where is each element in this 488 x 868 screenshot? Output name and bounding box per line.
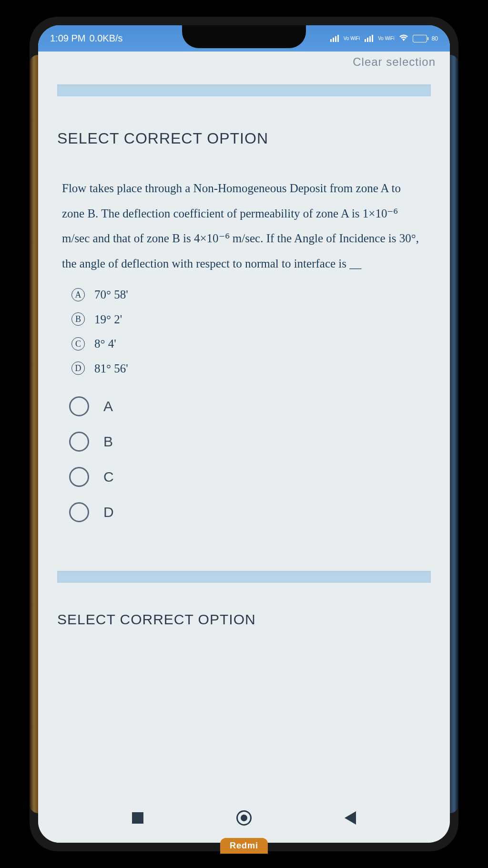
hw-text-b: 19° 2' (94, 308, 122, 331)
radio-circle-icon (69, 396, 89, 416)
radio-circle-icon (69, 432, 89, 452)
hw-text-a: 70° 58' (94, 283, 128, 306)
question-card: SELECT CORRECT OPTION Flow takes place t… (57, 108, 431, 559)
question-title: SELECT CORRECT OPTION (57, 130, 431, 147)
phone-edge-left (30, 55, 38, 813)
hw-option-d: D 81° 56' (71, 357, 417, 380)
battery-level: 80 (432, 35, 438, 42)
radio-label-c: C (103, 469, 114, 485)
radio-option-d[interactable]: D (69, 502, 419, 522)
hw-text-d: 81° 56' (94, 357, 128, 380)
handwritten-options: A 70° 58' B 19° 2' C 8° 4' D 81° 56' (57, 283, 431, 380)
hw-option-a: A 70° 58' (71, 283, 417, 306)
problem-text: Flow takes place through a Non-Homogeneo… (57, 176, 431, 276)
nav-home-button[interactable] (236, 810, 252, 826)
screen-notch (182, 25, 306, 48)
nav-back-button[interactable] (345, 811, 356, 825)
phone-screen: 1:09 PM 0.0KB/s Vo WiFi Vo WiFi 80 Clear… (38, 25, 450, 843)
signal-icon-1 (330, 35, 339, 42)
form-content[interactable]: SELECT CORRECT OPTION Flow takes place t… (38, 72, 450, 814)
hw-letter-a: A (71, 288, 85, 301)
phone-brand-label: Redmi (220, 838, 268, 854)
radio-circle-icon (69, 467, 89, 487)
phone-frame: 1:09 PM 0.0KB/s Vo WiFi Vo WiFi 80 Clear… (30, 17, 458, 851)
wifi-icon (399, 33, 408, 43)
sim1-label: Vo WiFi (344, 36, 360, 41)
next-question-title: SELECT CORRECT OPTION (57, 595, 431, 656)
radio-label-a: A (103, 398, 113, 414)
card-separator (57, 571, 431, 583)
card-separator (57, 84, 431, 96)
radio-label-b: B (103, 434, 113, 450)
signal-icon-2 (365, 35, 373, 42)
status-network-speed: 0.0KB/s (89, 33, 122, 44)
radio-option-c[interactable]: C (69, 467, 419, 487)
radio-option-b[interactable]: B (69, 432, 419, 452)
phone-edge-right (450, 55, 458, 813)
battery-icon (413, 35, 427, 42)
hw-option-b: B 19° 2' (71, 308, 417, 331)
radio-label-d: D (103, 504, 114, 520)
hw-letter-c: C (71, 337, 85, 351)
hw-text-c: 8° 4' (94, 332, 116, 355)
android-nav-bar (38, 793, 450, 843)
hw-option-c: C 8° 4' (71, 332, 417, 355)
radio-circle-icon (69, 502, 89, 522)
status-right: Vo WiFi Vo WiFi 80 (330, 33, 438, 43)
hw-letter-b: B (71, 312, 85, 326)
radio-options-group: A B C D (57, 396, 431, 522)
status-time: 1:09 PM (50, 33, 85, 44)
status-left: 1:09 PM 0.0KB/s (50, 33, 123, 44)
nav-recent-button[interactable] (132, 812, 143, 824)
sim2-label: Vo WiFi (378, 36, 394, 41)
hw-letter-d: D (71, 362, 85, 375)
radio-option-a[interactable]: A (69, 396, 419, 416)
clear-selection-button[interactable]: Clear selection (38, 52, 450, 72)
